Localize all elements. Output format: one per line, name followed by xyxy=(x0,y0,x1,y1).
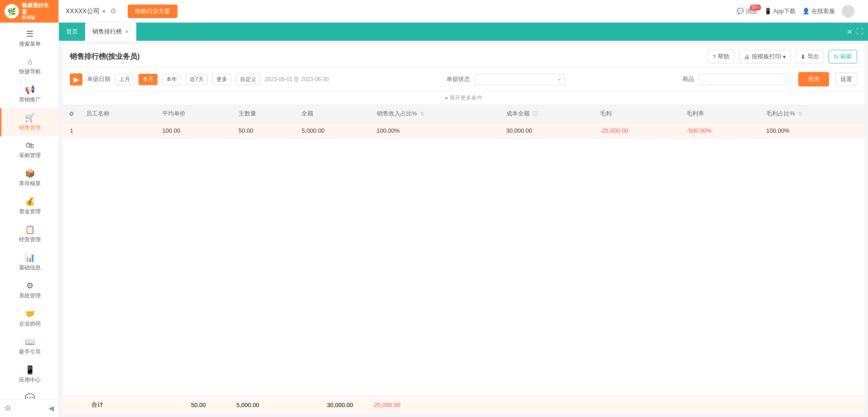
table-row: 1 100.00 50.00 5,000.00 100.00% 30,000.0… xyxy=(62,123,864,139)
search-menu-icon: ☰ xyxy=(26,29,34,39)
sidebar-label-purchase: 采购管理 xyxy=(19,152,41,159)
inventory-icon: 📦 xyxy=(25,168,35,178)
online-service-label: 在线客服 xyxy=(811,7,835,15)
print-btn[interactable]: 🖨 按模板打印 ▾ xyxy=(739,50,791,63)
home-icon: ⌂ xyxy=(28,57,33,67)
tab-maximize-btn[interactable]: ⛶ xyxy=(856,28,863,36)
sidebar-label-finance: 资金管理 xyxy=(19,208,41,216)
avatar[interactable] xyxy=(842,5,854,18)
date-btn-7days[interactable]: 近7天 xyxy=(186,74,208,85)
help-btn[interactable]: ? 帮助 xyxy=(708,50,734,63)
sidebar-nav: ☰ 搜索菜单 ⌂ 快捷导航 📢 营销推广 🛒 销售管理 🛍 采购管理 📦 库存核… xyxy=(0,23,58,399)
sidebar: 🌿 畅康通好生意 标准版 ☰ 搜索菜单 ⌂ 快捷导航 📢 营销推广 🛒 销售管理… xyxy=(0,0,59,417)
tab-close-icon[interactable]: ✕ xyxy=(125,29,129,35)
cell-name xyxy=(81,123,157,139)
sidebar-item-basic-info[interactable]: 📊 基础信息 xyxy=(0,248,58,276)
info-icon-cost[interactable]: ⓘ xyxy=(532,111,537,116)
sidebar-item-inventory[interactable]: 📦 库存核算 xyxy=(0,164,58,192)
sort-icon-gross-pct[interactable]: ⇅ xyxy=(798,111,802,116)
sidebar-item-enterprise[interactable]: 🤝 企业协同 xyxy=(0,304,58,332)
tab-sales-ranking-label: 销售排行榜 xyxy=(92,28,122,36)
page-actions: ? 帮助 🖨 按模板打印 ▾ ⬇ 导出 ↻ 刷新 xyxy=(708,50,857,63)
expand-more-icon: ▾ xyxy=(445,95,448,101)
industry-btn[interactable]: 体验行业方案 xyxy=(128,5,177,18)
system-icon: ⚙ xyxy=(26,281,34,291)
date-btn-custom[interactable]: 自定义 xyxy=(236,74,260,85)
sidebar-item-finance[interactable]: 💰 资金管理 xyxy=(0,192,58,220)
sidebar-collapse-icon[interactable]: ◀ xyxy=(48,404,54,412)
finance-icon: 💰 xyxy=(25,197,35,206)
query-btn[interactable]: 查询 xyxy=(798,72,829,86)
collapse-arrow-icon: ▶ xyxy=(73,75,79,84)
app-name: 畅康通好生意 xyxy=(22,2,54,15)
status-filter-label: 单据状态 xyxy=(446,75,470,83)
online-service-item[interactable]: 👤 在线客服 xyxy=(802,7,835,15)
sidebar-item-quick-nav[interactable]: ⌂ 快捷导航 xyxy=(0,53,58,80)
goods-filter-select[interactable]: ... xyxy=(699,74,789,85)
print-label: 按模板打印 xyxy=(752,53,781,61)
tab-home-label: 首页 xyxy=(66,28,78,36)
sidebar-item-wechat[interactable]: 💬 企业微信 xyxy=(0,388,58,399)
sidebar-item-guide[interactable]: 📖 新手引导 xyxy=(0,332,58,360)
table-container: ⚙ 员工名称 平均单价 主数量 全额 xyxy=(62,105,864,396)
sidebar-item-search[interactable]: ☰ 搜索菜单 xyxy=(0,24,58,53)
tab-bar: 首页 销售排行榜 ✕ ✕ ⛶ xyxy=(59,23,868,41)
cell-cost: 30,000.00 xyxy=(501,123,595,139)
col-settings[interactable]: ⚙ xyxy=(62,105,81,123)
tab-home[interactable]: 首页 xyxy=(59,23,85,41)
date-btn-this-year[interactable]: 本年 xyxy=(162,74,181,85)
sidebar-label-guide: 新手引导 xyxy=(19,348,41,356)
footer-amount: 5,000.00 xyxy=(231,402,276,408)
refresh-btn[interactable]: ↻ 刷新 xyxy=(829,50,857,63)
tab-sales-ranking[interactable]: 销售排行榜 ✕ xyxy=(85,23,136,41)
print-icon: 🖨 xyxy=(744,53,750,60)
sidebar-item-operations[interactable]: 📋 经营管理 xyxy=(0,220,58,248)
message-item[interactable]: 💬 消息 99+ xyxy=(737,7,758,15)
goods-filter-label: 商品 xyxy=(682,75,694,83)
collapse-filter-btn[interactable]: ▶ xyxy=(70,73,82,86)
wechat-icon: 💬 xyxy=(25,393,35,399)
date-btn-last-month[interactable]: 上月 xyxy=(115,74,134,85)
date-btn-this-month[interactable]: 本月 xyxy=(139,74,158,85)
message-icon: 💬 xyxy=(737,8,744,14)
message-badge: 99+ xyxy=(750,5,761,10)
export-btn[interactable]: ⬇ 导出 xyxy=(796,50,824,63)
app-download-item[interactable]: 📱 App下载 xyxy=(764,7,796,15)
tab-close-window-btn[interactable]: ✕ xyxy=(847,28,853,36)
filter-bar: ▶ 单据日期 上月 本月 本年 近7天 更多 自定义 2023-06-01 至 … xyxy=(62,67,864,91)
status-filter-select[interactable]: ▾ xyxy=(475,74,565,85)
app-center-icon: 📱 xyxy=(25,365,35,375)
sidebar-item-purchase[interactable]: 🛍 采购管理 xyxy=(0,136,58,164)
col-gross-pct: 毛利占比% ⇅ xyxy=(761,105,864,123)
sidebar-settings-icon[interactable]: ⚙ xyxy=(5,404,11,412)
refresh-label: 刷新 xyxy=(840,53,852,61)
date-btn-more[interactable]: 更多 xyxy=(212,74,231,85)
sidebar-label-basic-info: 基础信息 xyxy=(19,264,41,272)
col-avg-price: 平均单价 xyxy=(157,105,233,123)
app-logo: 🌿 畅康通好生意 标准版 xyxy=(0,0,58,23)
sidebar-item-marketing[interactable]: 📢 营销推广 xyxy=(0,80,58,108)
company-dropdown-icon: ▾ xyxy=(102,8,106,15)
sidebar-item-sales[interactable]: 🛒 销售管理 xyxy=(0,108,58,136)
col-sales-pct: 销售收入占比% ⇅ xyxy=(371,105,501,123)
app-download-label: App下载 xyxy=(773,7,796,15)
sidebar-item-app-center[interactable]: 📱 应用中心 xyxy=(0,360,58,388)
company-name: XXXXX公司 xyxy=(66,7,100,15)
settings-btn[interactable]: 设置 xyxy=(835,72,857,86)
sort-icon-sales-pct[interactable]: ⇅ xyxy=(420,111,424,116)
expand-more-btn[interactable]: ▾ 展开更多条件 xyxy=(445,94,482,102)
basic-info-icon: 📊 xyxy=(25,253,35,263)
marketing-icon: 📢 xyxy=(25,85,35,95)
footer-gross: -25,000.00 xyxy=(367,402,412,408)
sidebar-item-system[interactable]: ⚙ 系统管理 xyxy=(0,276,58,304)
sidebar-label-app-center: 应用中心 xyxy=(19,376,41,384)
date-filter-label: 单据日期 xyxy=(87,75,110,83)
company-selector[interactable]: XXXXX公司 ▾ xyxy=(66,7,106,15)
sidebar-label-inventory: 库存核算 xyxy=(19,180,41,187)
col-qty: 主数量 xyxy=(233,105,297,123)
app-version: 标准版 xyxy=(22,15,54,20)
cell-gross: -25,000.00 xyxy=(595,123,681,139)
cell-qty: 50.00 xyxy=(233,123,297,139)
settings-gear-btn[interactable]: ⚙ xyxy=(110,7,116,15)
sidebar-label-search: 搜索菜单 xyxy=(19,40,41,48)
